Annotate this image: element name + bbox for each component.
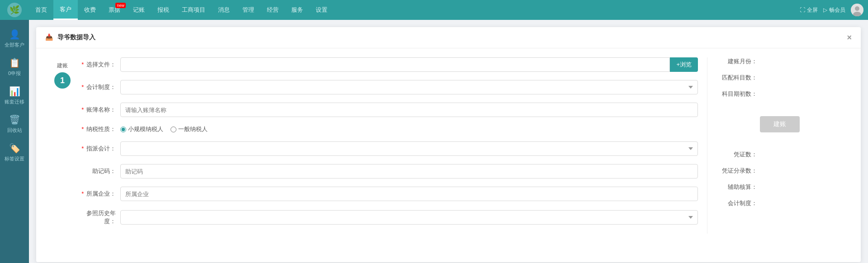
initial-label: 科目期初数：	[716, 90, 757, 98]
info-voucher-records: 凭证分录数：	[716, 167, 843, 175]
info-initial: 科目期初数：	[716, 90, 843, 98]
nav-operation[interactable]: 经营	[261, 0, 285, 20]
ledger-name-label: * 账簿名称：	[80, 106, 116, 114]
step-circle: 1	[54, 72, 71, 89]
left-sidebar: 👤 全部客户 📋 0申报 📊 账套迁移 🗑️ 回收站 🏷️ 标签设置	[0, 20, 29, 263]
nav-settings[interactable]: 设置	[309, 0, 334, 20]
sidebar-item-all-customers[interactable]: 👤 全部客户	[0, 24, 29, 53]
close-button[interactable]: ×	[847, 33, 852, 42]
accountant-label: * 指派会计：	[80, 145, 116, 153]
app-logo[interactable]: 🌿	[5, 0, 24, 20]
nav-management[interactable]: 管理	[236, 0, 261, 20]
company-input[interactable]	[120, 187, 698, 201]
top-nav: 🌿 首页 客户 收费 票据 new 记账 报税 工商项目 消息 管理 经营 服务…	[0, 0, 868, 20]
nav-bookkeeping[interactable]: 记账	[127, 0, 151, 20]
history-select[interactable]	[120, 210, 698, 225]
memo-input[interactable]	[120, 164, 698, 178]
history-label: 参照历史年度：	[80, 209, 116, 225]
company-label: * 所属企业：	[80, 190, 116, 198]
memo-label: 助记码：	[80, 167, 116, 175]
info-voucher: 凭证数：	[716, 150, 843, 159]
vip-btn[interactable]: ▷ 畅会员	[823, 6, 845, 14]
accountant-row: * 指派会计：	[80, 141, 698, 156]
nav-customer[interactable]: 客户	[53, 0, 78, 20]
voucher-label: 凭证数：	[716, 150, 757, 159]
nav-right: ⛶ 全屏 ▷ 畅会员	[800, 4, 863, 16]
nav-business[interactable]: 工商项目	[175, 0, 212, 20]
month-label: 建账月份：	[716, 57, 757, 66]
voucher-records-label: 凭证分录数：	[716, 167, 757, 175]
match-label: 匹配科目数：	[716, 74, 757, 82]
dialog: 📥 导爷数据导入 × 建账 1 * 选择文件：	[36, 27, 861, 262]
file-label: * 选择文件：	[80, 61, 116, 69]
declaration-icon: 📋	[9, 57, 20, 68]
main-content: 📥 导爷数据导入 × 建账 1 * 选择文件：	[29, 20, 868, 263]
fullscreen-icon: ⛶	[800, 7, 805, 13]
dialog-header: 📥 导爷数据导入 ×	[36, 27, 861, 48]
file-input[interactable]	[120, 57, 670, 72]
label-settings-icon: 🏷️	[9, 143, 20, 154]
tax-type-label: * 纳税性质：	[80, 125, 116, 133]
recycle-icon: 🗑️	[9, 114, 20, 125]
dialog-title: 📥 导爷数据导入	[45, 33, 95, 42]
nav-invoice[interactable]: 票据 new	[102, 0, 127, 20]
form-section: 建账 1 * 选择文件： +浏览	[54, 57, 698, 234]
step-indicator: 建账 1	[54, 57, 71, 234]
accounting-system-row: * 会计制度：	[80, 80, 698, 94]
tax-option2[interactable]: 一般纳税人	[171, 125, 208, 133]
fullscreen-btn[interactable]: ⛶ 全屏	[800, 6, 818, 14]
sidebar-item-label-settings[interactable]: 🏷️ 标签设置	[0, 138, 29, 167]
user-avatar[interactable]	[851, 4, 863, 16]
info-match: 匹配科目数：	[716, 74, 843, 82]
nav-home[interactable]: 首页	[29, 0, 53, 20]
history-row: 参照历史年度：	[80, 209, 698, 225]
sidebar-item-recycle[interactable]: 🗑️ 回收站	[0, 110, 29, 138]
ledger-name-row: * 账簿名称：	[80, 103, 698, 117]
import-icon: 📥	[45, 33, 53, 41]
nav-tax[interactable]: 报税	[151, 0, 175, 20]
sidebar-item-declaration[interactable]: 📋 0申报	[0, 53, 29, 81]
new-badge: new	[115, 3, 126, 8]
file-row: * 选择文件： +浏览	[80, 57, 698, 72]
sidebar-item-migration[interactable]: 📊 账套迁移	[0, 81, 29, 110]
logo-icon: 🌿	[9, 5, 19, 15]
info-month: 建账月份：	[716, 57, 843, 66]
nav-items: 首页 客户 收费 票据 new 记账 报税 工商项目 消息 管理 经营 服务 设…	[29, 0, 800, 20]
file-input-group: +浏览	[120, 57, 698, 72]
company-row: * 所属企业：	[80, 187, 698, 201]
tax-option1[interactable]: 小规模纳税人	[120, 125, 163, 133]
nav-message[interactable]: 消息	[212, 0, 236, 20]
accounting-label: 会计制度：	[716, 199, 757, 207]
memo-row: 助记码：	[80, 164, 698, 178]
aux-label: 辅助核算：	[716, 183, 757, 191]
svg-point-1	[855, 6, 859, 11]
all-customers-icon: 👤	[9, 29, 20, 40]
form-fields: * 选择文件： +浏览 * 会计制度：	[80, 57, 698, 234]
accounting-system-select[interactable]	[120, 80, 698, 94]
info-accounting: 会计制度：	[716, 199, 843, 207]
nav-fee[interactable]: 收费	[78, 0, 102, 20]
tax-type-row: * 纳税性质： 小规模纳税人 一般纳税人	[80, 125, 698, 133]
play-icon: ▷	[823, 7, 827, 13]
nav-service[interactable]: 服务	[285, 0, 309, 20]
build-button[interactable]: 建账	[760, 116, 800, 132]
info-section: 建账月份： 匹配科目数： 科目期初数： 建账 凭证数：	[707, 57, 843, 234]
info-aux: 辅助核算：	[716, 183, 843, 191]
accounting-system-label: * 会计制度：	[80, 83, 116, 91]
radio-group: 小规模纳税人 一般纳税人	[120, 125, 208, 133]
step-label: 建账	[57, 62, 68, 70]
ledger-name-input[interactable]	[120, 103, 698, 117]
dialog-body: 建账 1 * 选择文件： +浏览	[36, 48, 861, 243]
browse-button[interactable]: +浏览	[670, 57, 698, 72]
accountant-select[interactable]	[120, 141, 698, 156]
migration-icon: 📊	[9, 86, 20, 97]
